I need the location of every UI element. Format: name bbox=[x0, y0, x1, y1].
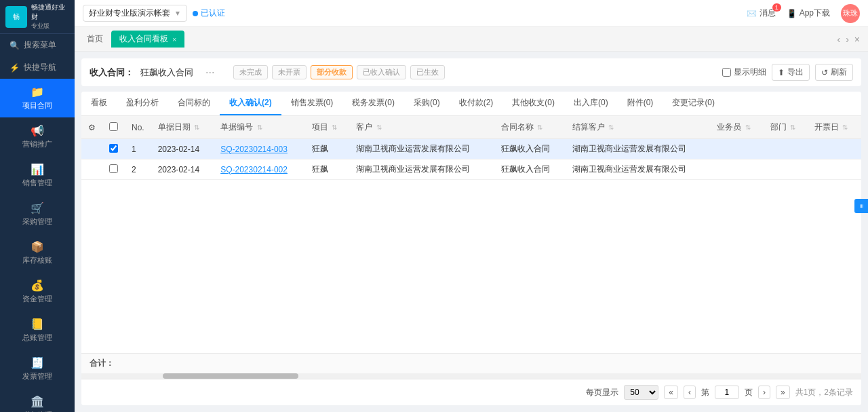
tab-kanban[interactable]: 看板 bbox=[81, 92, 117, 115]
company-dropdown-icon: ▼ bbox=[174, 10, 181, 17]
tab-next-icon[interactable]: › bbox=[844, 33, 850, 46]
horizontal-scrollbar[interactable] bbox=[81, 373, 861, 379]
col-contract-name[interactable]: 合同名称 ⇅ bbox=[494, 116, 566, 139]
col-customer[interactable]: 客户 ⇅ bbox=[349, 116, 494, 139]
col-code[interactable]: 单据编号 ⇅ bbox=[214, 116, 305, 139]
app-download-button[interactable]: 📱 App下载 bbox=[787, 7, 830, 19]
topbar-right: ✉️ 消息 1 📱 App下载 珠珠 bbox=[747, 4, 860, 23]
active-tab[interactable]: 收入合同看板 × bbox=[111, 31, 184, 48]
contract-dots[interactable]: ··· bbox=[205, 67, 214, 79]
sidebar-item-accounting[interactable]: 📒 总账管理 bbox=[0, 311, 75, 350]
table-row[interactable]: 2 2023-02-14 SQ-20230214-002 狂飙 湖南卫视商业运营… bbox=[81, 160, 861, 180]
tab-prev-icon[interactable]: ‹ bbox=[835, 33, 842, 46]
right-panel-icon[interactable]: ≡ bbox=[854, 199, 868, 214]
topbar: 好业财专业版演示帐套 ▼ 已认证 ✉️ 消息 1 📱 App下载 珠珠 bbox=[75, 0, 868, 27]
row2-settlement-customer: 湖南卫视商业运营发展有限公司 bbox=[566, 160, 711, 180]
logo-icon: 畅 bbox=[5, 6, 27, 28]
sidebar-item-capital[interactable]: 💰 资金管理 bbox=[0, 272, 75, 311]
sidebar-item-tax[interactable]: 🏛️ 税务管理 bbox=[0, 388, 75, 412]
show-detail-checkbox[interactable]: 显示明细 bbox=[722, 67, 766, 78]
sidebar-search-label: 搜索菜单 bbox=[24, 39, 56, 51]
message-badge: 1 bbox=[772, 3, 781, 12]
sidebar-quick-nav[interactable]: ⚡ 快捷导航 bbox=[0, 56, 75, 79]
refresh-button[interactable]: ↺ 刷新 bbox=[815, 64, 853, 81]
last-page-button[interactable]: » bbox=[776, 386, 790, 399]
row2-date: 2023-02-14 bbox=[151, 160, 214, 180]
sidebar-accounting-label: 总账管理 bbox=[22, 333, 52, 343]
col-settings[interactable]: ⚙ bbox=[81, 116, 102, 139]
col-salesperson[interactable]: 业务员 ⇅ bbox=[710, 116, 764, 139]
col-department[interactable]: 部门 ⇅ bbox=[764, 116, 808, 139]
settings-icon[interactable]: ⚙ bbox=[88, 123, 96, 132]
company-selector[interactable]: 好业财专业版演示帐套 ▼ bbox=[83, 5, 187, 22]
export-button[interactable]: ⬆ 导出 bbox=[772, 64, 810, 81]
tab-change-log[interactable]: 变更记录(0) bbox=[663, 92, 724, 115]
scroll-thumb[interactable] bbox=[163, 373, 298, 379]
tab-purchase[interactable]: 采购(0) bbox=[404, 92, 450, 115]
next-page-button[interactable]: › bbox=[758, 386, 770, 399]
tab-other-income[interactable]: 其他收支(0) bbox=[502, 92, 564, 115]
table-body: 1 2023-02-14 SQ-20230214-003 狂飙 湖南卫视商业运营… bbox=[81, 139, 861, 180]
show-detail-input[interactable] bbox=[722, 68, 731, 77]
status-confirmed[interactable]: 已收入确认 bbox=[357, 65, 406, 79]
status-effective[interactable]: 已生效 bbox=[410, 65, 445, 79]
export-icon: ⬆ bbox=[778, 68, 785, 77]
tab-sales-invoice[interactable]: 销售发票(0) bbox=[281, 92, 343, 115]
app-download-label: App下载 bbox=[800, 7, 830, 19]
row1-project: 狂飙 bbox=[305, 139, 349, 160]
accounting-icon: 📒 bbox=[31, 318, 44, 331]
first-page-button[interactable]: « bbox=[664, 386, 678, 399]
status-incomplete[interactable]: 未完成 bbox=[233, 65, 268, 79]
tab-contract-std[interactable]: 合同标的 bbox=[168, 92, 220, 115]
row2-checkbox[interactable] bbox=[102, 160, 125, 180]
table-row[interactable]: 1 2023-02-14 SQ-20230214-003 狂飙 湖南卫视商业运营… bbox=[81, 139, 861, 160]
col-checkbox[interactable] bbox=[102, 116, 125, 139]
status-no-invoice[interactable]: 未开票 bbox=[272, 65, 307, 79]
tab-payment[interactable]: 收付款(2) bbox=[450, 92, 503, 115]
download-icon: 📱 bbox=[787, 9, 797, 18]
date-sort-icon: ⇅ bbox=[194, 124, 199, 131]
status-partial[interactable]: 部分收款 bbox=[311, 65, 353, 79]
row1-settlement-customer: 湖南卫视商业运营发展有限公司 bbox=[566, 139, 711, 160]
select-all-checkbox[interactable] bbox=[109, 122, 118, 131]
sidebar-item-project-contract[interactable]: 📁 项目合同 bbox=[0, 79, 75, 117]
row1-checkbox[interactable] bbox=[102, 139, 125, 160]
row2-code[interactable]: SQ-20230214-002 bbox=[214, 160, 305, 180]
page-label: 第 bbox=[701, 387, 709, 398]
per-page-select[interactable]: 20 50 100 bbox=[624, 385, 658, 400]
message-button[interactable]: ✉️ 消息 1 bbox=[747, 7, 776, 19]
col-date[interactable]: 单据日期 ⇅ bbox=[151, 116, 214, 139]
sidebar-invoice-label: 发票管理 bbox=[22, 371, 52, 381]
row1-date: 2023-02-14 bbox=[151, 139, 214, 160]
col-open-date[interactable]: 开票日 ⇅ bbox=[808, 116, 861, 139]
customer-sort-icon: ⇅ bbox=[376, 124, 382, 131]
row1-code-link[interactable]: SQ-20230214-003 bbox=[220, 145, 288, 154]
tab-tax-invoice[interactable]: 税务发票(0) bbox=[342, 92, 404, 115]
prev-page-button[interactable]: ‹ bbox=[684, 386, 696, 399]
tab-close-icon[interactable]: × bbox=[172, 35, 176, 43]
row1-code[interactable]: SQ-20230214-003 bbox=[214, 139, 305, 160]
avatar-icon: 珠珠 bbox=[841, 4, 860, 23]
sidebar-item-marketing[interactable]: 📢 营销推广 bbox=[0, 117, 75, 156]
tab-close-all-icon[interactable]: × bbox=[853, 33, 861, 46]
table-scroll[interactable]: ⚙ No. 单据日期 ⇅ 单据编号 ⇅ 项目 ⇅ 客户 ⇅ 合同名称 ⇅ 结算客 bbox=[81, 116, 861, 353]
topbar-left: 好业财专业版演示帐套 ▼ 已认证 bbox=[83, 5, 225, 22]
sidebar-item-invoice[interactable]: 🧾 发票管理 bbox=[0, 350, 75, 388]
row2-no: 2 bbox=[125, 160, 151, 180]
tab-profit[interactable]: 盈利分析 bbox=[117, 92, 168, 115]
user-avatar[interactable]: 珠珠 bbox=[841, 4, 860, 23]
refresh-label: 刷新 bbox=[831, 67, 847, 78]
tab-attachment[interactable]: 附件(0) bbox=[618, 92, 663, 115]
row2-contract-name: 狂飙收入合同 bbox=[494, 160, 566, 180]
tab-outbound[interactable]: 出入库(0) bbox=[564, 92, 618, 115]
sidebar-search[interactable]: 🔍 搜索菜单 bbox=[0, 34, 75, 56]
sidebar-item-sales[interactable]: 📊 销售管理 bbox=[0, 156, 75, 195]
sidebar-item-inventory[interactable]: 📦 库存核账 bbox=[0, 233, 75, 272]
sidebar-item-purchase[interactable]: 🛒 采购管理 bbox=[0, 195, 75, 233]
tab-income-confirm[interactable]: 收入确认(2) bbox=[220, 92, 281, 115]
home-tab[interactable]: 首页 bbox=[81, 31, 108, 48]
col-settlement-customer[interactable]: 结算客户 ⇅ bbox=[566, 116, 711, 139]
col-project[interactable]: 项目 ⇅ bbox=[305, 116, 349, 139]
row2-code-link[interactable]: SQ-20230214-002 bbox=[220, 165, 288, 174]
page-number-input[interactable] bbox=[715, 386, 739, 399]
